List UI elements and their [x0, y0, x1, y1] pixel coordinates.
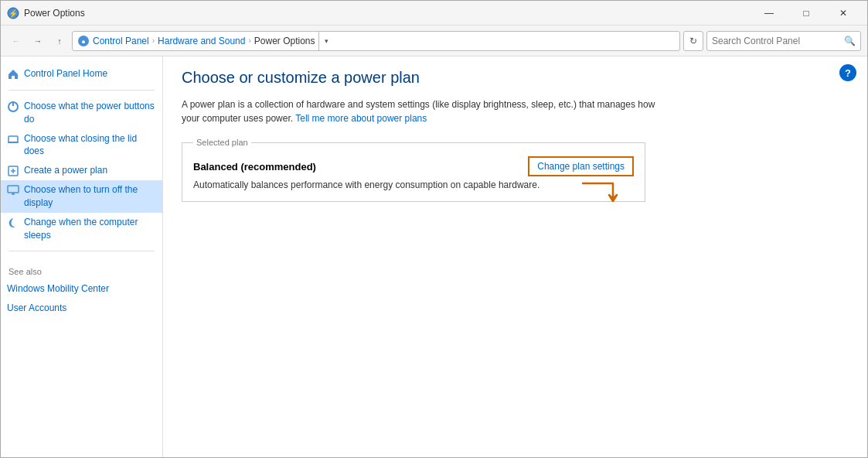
plan-name: Balanced (recommended)	[193, 161, 316, 173]
svg-rect-7	[8, 142, 19, 143]
main-layout: Control Panel Home Choose what the power…	[1, 56, 867, 457]
up-button[interactable]: ↑	[50, 32, 69, 50]
create-plan-icon	[7, 165, 19, 177]
display-icon	[7, 184, 19, 197]
svg-text:●: ●	[81, 38, 85, 46]
svg-text:⚡: ⚡	[9, 9, 19, 19]
svg-rect-6	[9, 136, 18, 142]
plan-description: Automatically balances performance with …	[193, 179, 634, 190]
sidebar-item-create-plan[interactable]: Create a power plan	[1, 161, 162, 180]
sidebar-item-lid[interactable]: Choose what closing the lid does	[1, 129, 162, 162]
breadcrumb-sep-2: ›	[248, 36, 250, 45]
svg-rect-11	[8, 186, 19, 193]
sidebar-divider-2	[9, 251, 155, 251]
home-icon	[7, 68, 19, 80]
change-plan-button[interactable]: Change plan settings	[528, 156, 634, 176]
page-title: Choose or customize a power plan	[182, 69, 849, 87]
learn-more-link[interactable]: Tell me more about power plans	[295, 113, 427, 124]
breadcrumb-control-panel[interactable]: Control Panel	[93, 36, 149, 46]
window-title: Power Options	[24, 8, 751, 19]
arrow-annotation	[574, 179, 621, 210]
minimize-button[interactable]: —	[751, 1, 787, 26]
back-button[interactable]: ←	[7, 32, 26, 50]
plan-row: Balanced (recommended) Change plan setti…	[193, 156, 634, 176]
sidebar-item-display[interactable]: Choose when to turn off the display	[1, 180, 162, 213]
change-plan-container: Change plan settings	[528, 156, 634, 176]
sidebar-item-home[interactable]: Control Panel Home	[1, 64, 162, 84]
forward-button[interactable]: →	[29, 32, 47, 50]
search-box[interactable]: 🔍	[706, 31, 861, 51]
close-button[interactable]: ✕	[825, 1, 861, 26]
path-icon: ●	[77, 35, 90, 47]
sidebar-item-user-accounts[interactable]: User Accounts	[1, 299, 162, 318]
sidebar-item-mobility[interactable]: Windows Mobility Center	[1, 279, 162, 299]
sleep-icon	[7, 217, 19, 229]
refresh-button[interactable]: ↻	[683, 31, 703, 51]
breadcrumb-sep-1: ›	[152, 36, 155, 45]
plan-legend: Selected plan	[193, 138, 251, 147]
breadcrumb-current: Power Options	[254, 36, 315, 46]
sidebar-item-sleep[interactable]: Change when the computer sleeps	[1, 213, 162, 245]
search-icon[interactable]: 🔍	[844, 36, 856, 46]
maximize-button[interactable]: □	[788, 1, 824, 26]
window-controls: — □ ✕	[751, 1, 861, 26]
sidebar-divider	[9, 90, 155, 91]
description-text: A power plan is a collection of hardware…	[182, 97, 661, 125]
window-icon: ⚡	[7, 7, 19, 19]
address-dropdown-button[interactable]: ▾	[318, 31, 334, 51]
address-path: ● Control Panel › Hardware and Sound › P…	[72, 31, 680, 51]
content-area: ? Choose or customize a power plan A pow…	[163, 56, 867, 457]
main-window: ⚡ Power Options — □ ✕ ← → ↑ ● Control Pa…	[0, 0, 868, 458]
help-button[interactable]: ?	[839, 64, 856, 81]
address-bar: ← → ↑ ● Control Panel › Hardware and Sou…	[1, 26, 867, 56]
selected-plan-section: Selected plan Balanced (recommended) Cha…	[182, 138, 645, 202]
search-input[interactable]	[712, 36, 841, 46]
see-also-title: See also	[1, 258, 162, 279]
power-buttons-icon	[7, 101, 19, 113]
breadcrumb-hardware[interactable]: Hardware and Sound	[158, 36, 245, 46]
sidebar: Control Panel Home Choose what the power…	[1, 56, 163, 457]
title-bar: ⚡ Power Options — □ ✕	[1, 1, 867, 26]
lid-icon	[7, 133, 19, 145]
breadcrumb: Control Panel › Hardware and Sound › Pow…	[93, 36, 315, 46]
sidebar-item-power-buttons[interactable]: Choose what the power buttons do	[1, 97, 162, 129]
